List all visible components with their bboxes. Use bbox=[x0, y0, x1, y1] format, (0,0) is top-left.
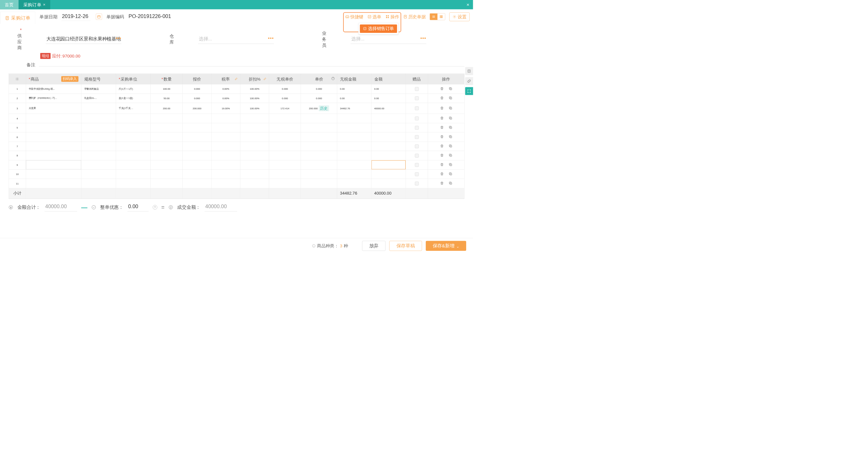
salesman-field[interactable]: 选择... ••• bbox=[351, 35, 427, 44]
cell-spec[interactable] bbox=[82, 151, 116, 160]
cell-price[interactable] bbox=[301, 123, 337, 133]
cell-notax-amount[interactable] bbox=[337, 151, 372, 160]
history-link[interactable]: 历史单据 bbox=[403, 14, 426, 20]
cell-product[interactable] bbox=[26, 133, 82, 142]
salesman-more-icon[interactable]: ••• bbox=[421, 36, 427, 41]
supplier-more-icon[interactable]: ••• bbox=[116, 36, 122, 41]
cell-qty[interactable] bbox=[151, 133, 183, 142]
table-row[interactable]: 9 bbox=[9, 160, 464, 169]
cell-quote[interactable] bbox=[183, 133, 212, 142]
edit-icon[interactable] bbox=[263, 77, 267, 81]
table-row[interactable]: 4 bbox=[9, 114, 464, 123]
duplicate-row-button[interactable] bbox=[448, 106, 452, 111]
cell-spec[interactable]: 早餐休闲食品 bbox=[82, 84, 116, 93]
cell-tax[interactable] bbox=[212, 114, 240, 123]
delete-row-button[interactable] bbox=[440, 125, 444, 130]
cell-qty[interactable] bbox=[151, 151, 183, 160]
cell-product[interactable] bbox=[26, 142, 82, 151]
cell-quote[interactable] bbox=[183, 160, 212, 169]
cell-quote[interactable] bbox=[183, 142, 212, 151]
cell-price[interactable] bbox=[301, 133, 337, 142]
cell-discount[interactable] bbox=[240, 133, 269, 142]
delete-row-button[interactable] bbox=[440, 144, 444, 148]
date-value[interactable]: 2019-12-26 bbox=[62, 12, 90, 21]
cell-amount[interactable] bbox=[372, 114, 406, 123]
cell-amount[interactable] bbox=[372, 170, 406, 179]
cell-amount[interactable] bbox=[372, 133, 406, 142]
cell-unit[interactable] bbox=[116, 114, 151, 123]
cell-gift[interactable] bbox=[406, 160, 428, 169]
cell-product[interactable] bbox=[26, 114, 82, 123]
cell-spec[interactable]: 礼盒装01-... bbox=[82, 93, 116, 103]
cell-tax[interactable] bbox=[212, 151, 240, 160]
duplicate-row-button[interactable] bbox=[448, 153, 452, 158]
cell-product[interactable] bbox=[26, 170, 82, 179]
cell-price[interactable] bbox=[301, 142, 337, 151]
calendar-button[interactable] bbox=[96, 13, 102, 20]
cell-spec[interactable] bbox=[82, 123, 116, 133]
duplicate-row-button[interactable] bbox=[448, 116, 452, 121]
tab-close-icon[interactable]: × bbox=[43, 2, 45, 7]
cell-tax[interactable] bbox=[212, 133, 240, 142]
gift-checkbox[interactable] bbox=[415, 172, 418, 176]
cell-notax-amount[interactable]: 0.00 bbox=[337, 93, 372, 103]
gift-checkbox[interactable] bbox=[415, 135, 418, 139]
cell-gift[interactable] bbox=[406, 114, 428, 123]
select-sales-order-button[interactable]: 选择销售订单 bbox=[360, 24, 397, 33]
cell-tax[interactable]: 16.00% bbox=[212, 103, 240, 114]
select-doc-link[interactable]: 选单 bbox=[367, 14, 381, 20]
cell-product[interactable]: 火龙果 bbox=[26, 103, 82, 114]
cell-gift[interactable] bbox=[406, 133, 428, 142]
cell-discount[interactable]: 100.00% bbox=[240, 84, 269, 93]
cell-discount[interactable] bbox=[240, 114, 269, 123]
cell-notax-price[interactable] bbox=[269, 142, 301, 151]
gift-checkbox[interactable] bbox=[415, 126, 418, 129]
scan-entry-button[interactable]: 扫码录入 bbox=[61, 76, 79, 82]
cell-product[interactable] bbox=[26, 123, 82, 133]
cell-gift[interactable] bbox=[406, 93, 428, 103]
help-icon[interactable] bbox=[331, 77, 335, 81]
table-row[interactable]: 10 bbox=[9, 170, 464, 179]
cell-gift[interactable] bbox=[406, 103, 428, 114]
table-row[interactable]: 5 bbox=[9, 123, 464, 133]
cell-notax-price[interactable] bbox=[269, 170, 301, 179]
cell-tax[interactable]: 0.00% bbox=[212, 93, 240, 103]
cell-gift[interactable] bbox=[406, 170, 428, 179]
duplicate-row-button[interactable] bbox=[448, 163, 452, 167]
table-row[interactable]: 2 费列罗（FERRERO）巧... 礼盒装01-... 盒(1盒 = 1盒) … bbox=[9, 93, 464, 103]
cell-product[interactable] bbox=[26, 179, 82, 188]
cell-quote[interactable] bbox=[183, 151, 212, 160]
cell-price[interactable] bbox=[301, 160, 337, 169]
help-icon[interactable]: ? bbox=[153, 205, 157, 209]
cell-amount[interactable]: 0.00 bbox=[372, 93, 406, 103]
rail-expand-button[interactable] bbox=[465, 87, 473, 95]
cell-amount[interactable] bbox=[372, 151, 406, 160]
cell-discount[interactable] bbox=[240, 170, 269, 179]
cell-qty[interactable] bbox=[151, 160, 183, 169]
cell-unit[interactable] bbox=[116, 151, 151, 160]
cell-qty[interactable]: 100.00 bbox=[151, 84, 183, 93]
warehouse-more-icon[interactable]: ••• bbox=[268, 36, 274, 41]
cell-qty[interactable]: 200.00 bbox=[151, 103, 183, 114]
rail-link-button[interactable] bbox=[465, 77, 473, 85]
remark-field[interactable] bbox=[39, 63, 464, 66]
cell-price[interactable] bbox=[301, 170, 337, 179]
gift-checkbox[interactable] bbox=[415, 117, 418, 120]
gift-checkbox[interactable] bbox=[415, 107, 418, 110]
cell-tax[interactable] bbox=[212, 160, 240, 169]
cell-spec[interactable] bbox=[82, 114, 116, 123]
tab-home[interactable]: 首页 bbox=[0, 0, 19, 9]
table-row[interactable]: 8 bbox=[9, 151, 464, 160]
supplier-field[interactable]: 大连花园口经济区景和水果种植基地 ••• bbox=[46, 35, 122, 44]
duplicate-row-button[interactable] bbox=[448, 172, 452, 176]
delete-row-button[interactable] bbox=[440, 135, 444, 139]
cell-qty[interactable] bbox=[151, 179, 183, 188]
cell-unit[interactable]: 千克(1千克 ... bbox=[116, 103, 151, 114]
cell-discount[interactable] bbox=[240, 179, 269, 188]
cell-notax-price[interactable] bbox=[269, 123, 301, 133]
cell-notax-price[interactable] bbox=[269, 179, 301, 188]
delete-row-button[interactable] bbox=[440, 106, 444, 111]
cell-quote[interactable]: 0.000 bbox=[183, 84, 212, 93]
cell-notax-amount[interactable] bbox=[337, 114, 372, 123]
cell-qty[interactable] bbox=[151, 123, 183, 133]
